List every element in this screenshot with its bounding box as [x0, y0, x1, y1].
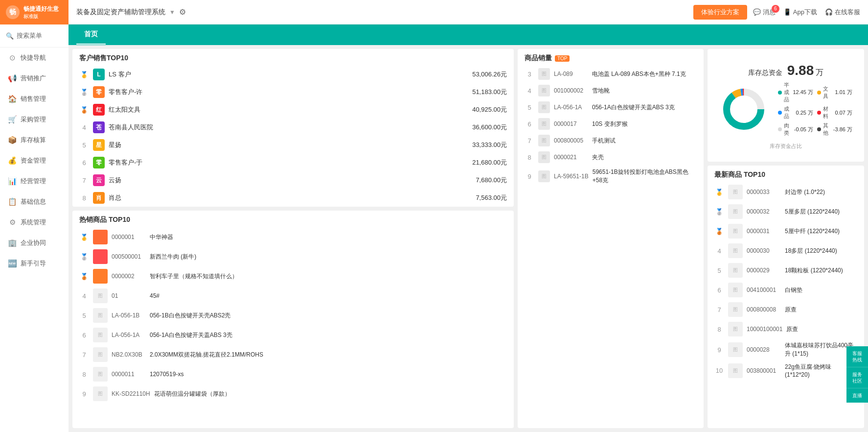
sidebar-item-inventory[interactable]: 📦 库存核算	[0, 130, 69, 150]
search-menu-label: 搜索菜单	[17, 31, 42, 40]
legend-value: 0.07 万	[835, 109, 852, 117]
product-rank-item: 6 图 0000017 10S 变刹罗猴	[518, 116, 704, 132]
hot-products-header: 热销商品 TOP10	[72, 211, 514, 227]
hot-product-code: 0000002	[112, 273, 146, 280]
logo-badge: 标准版	[23, 13, 59, 20]
product-rank-name: 电池盖 LA-089 ABS本色+黑种 7.1克	[592, 70, 697, 78]
notifications-button[interactable]: 💬 消息 6	[753, 8, 776, 17]
sidebar-item-basic-info[interactable]: 📋 基础信息	[0, 192, 69, 212]
sidebar-item-marketing[interactable]: 📢 营销推广	[0, 68, 69, 89]
app-download-button[interactable]: 📱 App下载	[783, 8, 817, 17]
sidebar-item-quick-nav[interactable]: ⊙ 快捷导航	[0, 48, 69, 68]
latest-products-section: 最新商品 TOP10 🥇 图 0000033 封边带 (1.0*22) 🥈 图 …	[708, 166, 864, 428]
latest-product-code: 0000029	[747, 267, 781, 274]
latest-product-img: 图	[728, 243, 743, 258]
product-rank-name: 59651-1B旋转投影灯电池盒ABS黑色+58克	[593, 168, 697, 185]
product-rank-number: 7	[525, 137, 534, 144]
sidebar-item-label-finance: 资金管理	[21, 156, 46, 165]
rank-customer-name: 零售客户-于	[109, 158, 468, 167]
product-rank-name: 手机测试	[592, 137, 697, 145]
product-rank-name: 夹壳	[592, 153, 697, 162]
chevron-down-icon: ▼	[169, 9, 175, 16]
sidebar-item-system[interactable]: ⚙ 系统管理	[0, 212, 69, 233]
hot-product-item: 🥇 0000001 中华神器	[72, 227, 514, 247]
rank-customer-name: 肖总	[109, 193, 472, 202]
sidebar-item-purchase[interactable]: 🛒 采购管理	[0, 109, 69, 130]
search-menu-button[interactable]: 🔍 搜索菜单	[6, 29, 63, 42]
product-img	[93, 249, 108, 264]
legend-item: 半成品 12.45 万	[778, 81, 813, 103]
rank-customer-name: 零售客户-许	[109, 88, 468, 96]
product-rank-number: 8	[525, 154, 534, 161]
hot-product-rank: 🥉	[79, 273, 89, 280]
hot-product-code: 0000011	[112, 371, 146, 378]
sidebar-item-finance[interactable]: 💰 资金管理	[0, 150, 69, 171]
legend-item: 肉类 -0.05 万	[778, 122, 813, 137]
marketing-icon: 📢	[8, 74, 17, 83]
product-rank-code: LA-59651-1B	[554, 173, 589, 180]
hot-product-item: 9 图 KK-SD22110H 花语萌但温分罐罐袋（厚款）	[72, 384, 514, 404]
latest-product-code: 0000031	[747, 228, 781, 235]
latest-product-item: 6 图 004100001 白钢垫	[708, 280, 864, 300]
product-rank-code: 0000021	[554, 154, 588, 161]
rank-value: 36,600.00元	[472, 123, 507, 132]
float-service-button[interactable]: 客服 热线	[846, 346, 868, 367]
topbar-title-area: 装备及固定资产辅助管理系统 ▼ ⚙	[76, 7, 687, 17]
hot-product-rank: 🥇	[79, 234, 89, 241]
float-service-button[interactable]: 服务 社区	[846, 367, 868, 388]
latest-product-item: 10 图 003800001 22g鱼豆腐·烧烤味 (1*12*20)	[708, 360, 864, 381]
sidebar: 畅 畅捷通好生意 标准版 🔍 搜索菜单 ⊙ 快捷导航 📢 营销推广 🏠 销售管理…	[0, 0, 69, 432]
hot-product-item: 4 图 01 45#	[72, 286, 514, 306]
customer-rank-item: 7 云 云扬 7,680.00元	[72, 171, 514, 189]
settings-icon[interactable]: ⚙	[179, 7, 186, 17]
hot-product-item: 8 图 0000011 12070519-xs	[72, 364, 514, 384]
latest-product-item: 8 图 10000100001 原查	[708, 319, 864, 339]
customer-rank-title: 客户销售TOP10	[79, 54, 128, 63]
latest-product-rank: 7	[714, 306, 724, 313]
topbar-title-text[interactable]: 装备及固定资产辅助管理系统	[76, 8, 165, 17]
product-img-placeholder: 图	[93, 288, 108, 303]
online-service-button[interactable]: 🎧 在线客服	[825, 8, 860, 17]
quick-nav-icon: ⊙	[8, 53, 17, 62]
inventory-unit: 万	[816, 68, 823, 76]
product-rank-number: 6	[525, 120, 534, 128]
latest-product-code: 004100001	[747, 287, 781, 293]
customer-rank-header: 客户销售TOP10	[72, 49, 514, 66]
latest-product-rank: 9	[714, 346, 724, 354]
legend-dot	[778, 127, 782, 131]
hot-product-item: 5 图 LA-056-1B 056-1B白色按键开关壳ABS2壳	[72, 306, 514, 325]
product-img	[93, 269, 108, 284]
guide-icon: 🆕	[8, 259, 17, 268]
trial-button[interactable]: 体验行业方案	[693, 5, 747, 20]
hot-product-item: 7 图 NB2.0X30B 2.0X30MM双搓花轴.搓花直径2.1MM/ROH…	[72, 345, 514, 364]
legend-dot	[778, 91, 782, 95]
rank-number: 🥉	[79, 106, 89, 114]
hot-product-code: KK-SD22110H	[112, 390, 150, 397]
sidebar-item-label-purchase: 采购管理	[21, 115, 46, 124]
sidebar-item-sales[interactable]: 🏠 销售管理	[0, 89, 69, 109]
sidebar-item-label-inventory: 库存核算	[21, 136, 46, 144]
legend-value: 12.45 万	[793, 89, 813, 96]
product-img-placeholder: 图	[93, 308, 108, 323]
sidebar-item-operations[interactable]: 📊 经营管理	[0, 171, 69, 192]
product-img-placeholder: 图	[93, 367, 108, 382]
sidebar-item-guide[interactable]: 🆕 新手引导	[0, 253, 69, 274]
product-rank-code: 001000002	[554, 87, 588, 94]
product-rank-img: 图	[538, 135, 550, 146]
latest-product-item: 5 图 0000029 18颗粒板 (1220*2440)	[708, 261, 864, 280]
float-service: 客服 热线服务 社区直播	[846, 346, 868, 403]
rank-avatar: 红	[93, 104, 105, 116]
hot-product-name: 新西兰牛肉 (新牛)	[150, 253, 507, 261]
latest-product-rank: 🥇	[714, 189, 724, 196]
product-rank-code: LA-089	[554, 71, 588, 77]
legend-value: -3.86 万	[833, 126, 852, 133]
float-service-button[interactable]: 直播	[846, 388, 868, 403]
product-rank-item: 3 图 LA-089 电池盖 LA-089 ABS本色+黑种 7.1克	[518, 66, 704, 82]
sidebar-search-area[interactable]: 🔍 搜索菜单	[0, 24, 69, 48]
hot-product-code: 000500001	[112, 253, 146, 260]
rank-value: 40,925.00元	[472, 105, 507, 114]
sidebar-item-company[interactable]: 🏢 企业协同	[0, 233, 69, 253]
customer-rank-item: 6 零 零售客户-于 21,680.00元	[72, 154, 514, 171]
latest-product-img: 图	[728, 224, 743, 239]
nav-item-home[interactable]: 首页	[76, 25, 106, 45]
